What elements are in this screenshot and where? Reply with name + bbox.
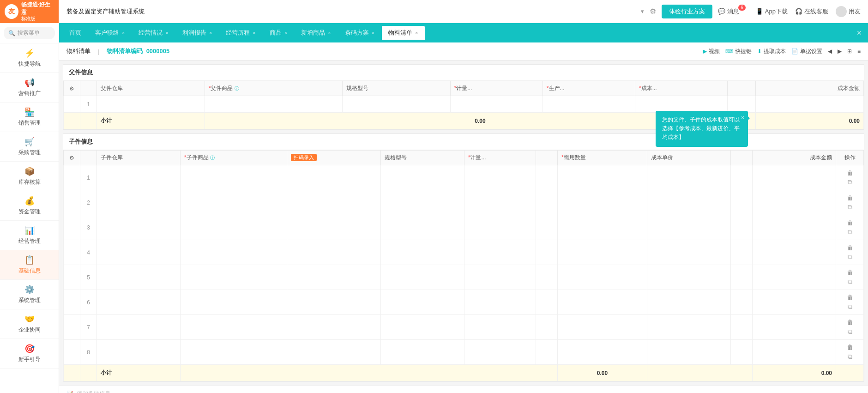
parent-row1-settings bbox=[64, 96, 80, 113]
sidebar-item-sales[interactable]: 🏪 销售管理 bbox=[0, 103, 59, 132]
child-r5-copy[interactable]: ⧉ bbox=[846, 277, 854, 287]
sidebar-item-purchase[interactable]: 🛒 采购管理 bbox=[0, 132, 59, 162]
experience-btn[interactable]: 体验行业方案 bbox=[662, 5, 712, 18]
child-r5-delete[interactable]: 🗑 bbox=[845, 268, 855, 277]
view-action[interactable]: ▶ 视频 bbox=[703, 48, 720, 55]
close-tab-new-product[interactable]: × bbox=[328, 30, 331, 36]
topbar-right: 💬 消息 6 📱 App下载 🎧 在线客服 用友 bbox=[718, 6, 861, 17]
tab-customer[interactable]: 客户联络 × bbox=[89, 26, 131, 40]
close-tab-profit[interactable]: × bbox=[209, 30, 212, 36]
child-r3-copy[interactable]: ⧉ bbox=[846, 227, 854, 237]
close-tab-customer[interactable]: × bbox=[122, 30, 125, 36]
tab-barcode[interactable]: 条码方案 × bbox=[338, 26, 381, 40]
child-r7-copy[interactable]: ⧉ bbox=[846, 327, 854, 337]
tab-operations[interactable]: 经营情况 × bbox=[132, 26, 175, 40]
child-r6-delete[interactable]: 🗑 bbox=[845, 293, 855, 302]
child-r4-delete[interactable]: 🗑 bbox=[845, 243, 855, 252]
parent-row1-unit[interactable] bbox=[450, 96, 542, 113]
sidebar-item-quick-nav[interactable]: ⚡ 快捷导航 bbox=[0, 43, 59, 73]
sidebar-item-operations[interactable]: 📊 经营管理 bbox=[0, 221, 59, 250]
guide-icon: 🎯 bbox=[24, 344, 35, 354]
close-tab-bom[interactable]: × bbox=[415, 30, 418, 36]
sidebar-item-marketing[interactable]: 📢 营销推广 bbox=[0, 73, 59, 103]
child-col-scan[interactable]: 扫码录入 bbox=[287, 151, 380, 165]
tab-bom[interactable]: 物料清单 × bbox=[382, 26, 424, 40]
child-col-amount: 成本金额 bbox=[753, 151, 836, 165]
child-r1-warehouse[interactable] bbox=[97, 165, 181, 190]
keyboard-icon: ⌨ bbox=[725, 48, 733, 54]
tab-home[interactable]: 首页 bbox=[63, 26, 88, 40]
message-button[interactable]: 💬 消息 6 bbox=[718, 7, 748, 16]
close-tab-history[interactable]: × bbox=[253, 30, 255, 36]
nav-prev[interactable]: ◀ bbox=[828, 48, 832, 54]
phone-icon: 📱 bbox=[756, 8, 763, 15]
close-tab-operations[interactable]: × bbox=[165, 30, 168, 36]
tab-profit[interactable]: 利润报告 × bbox=[176, 26, 218, 40]
settings-action[interactable]: 📄 单据设置 bbox=[791, 48, 822, 55]
avatar-icon bbox=[836, 6, 847, 17]
search-menu-button[interactable]: 🔍 搜索菜单 bbox=[4, 27, 55, 39]
note-placeholder[interactable]: 添加备注信息 bbox=[77, 390, 110, 393]
close-all-tabs[interactable]: × bbox=[854, 28, 864, 38]
sidebar-item-system[interactable]: ⚙️ 系统管理 bbox=[0, 280, 59, 309]
tab-history[interactable]: 经营历程 × bbox=[219, 26, 262, 40]
tab-product[interactable]: 商品 × bbox=[263, 26, 294, 40]
page-breadcrumb1: 物料清单 bbox=[66, 47, 90, 55]
child-r1-unit[interactable] bbox=[464, 165, 536, 190]
dropdown-icon[interactable]: ▾ bbox=[641, 8, 644, 15]
online-service-button[interactable]: 🎧 在线客服 bbox=[795, 7, 828, 16]
child-r7-delete[interactable]: 🗑 bbox=[845, 318, 855, 327]
play-icon: ▶ bbox=[703, 48, 707, 54]
parent-row1-product[interactable] bbox=[205, 96, 342, 113]
sidebar-item-guide[interactable]: 🎯 新手引导 bbox=[0, 339, 59, 369]
child-r1-quantity[interactable] bbox=[558, 165, 647, 190]
purchase-icon: 🛒 bbox=[24, 137, 35, 147]
topbar: 装备及固定资产辅助管理系统 ▾ ⚙ 体验行业方案 💬 消息 6 📱 App下载 … bbox=[59, 0, 868, 23]
sidebar-item-basic-info[interactable]: 📋 基础信息 bbox=[0, 250, 59, 280]
child-r1-product[interactable] bbox=[180, 165, 287, 190]
parent-row1-cost[interactable] bbox=[635, 96, 728, 113]
sidebar-item-enterprise[interactable]: 🤝 企业协同 bbox=[0, 309, 59, 339]
settings-icon[interactable]: ⚙ bbox=[650, 7, 656, 16]
parent-col-product: *父件商品 ⓘ bbox=[205, 81, 342, 96]
child-r1-copy[interactable]: ⧉ bbox=[846, 177, 854, 187]
parent-row1-spec[interactable] bbox=[343, 96, 451, 113]
child-r4-copy[interactable]: ⧉ bbox=[846, 252, 854, 262]
parent-col-settings[interactable]: ⚙ bbox=[64, 81, 80, 96]
sidebar-item-finance[interactable]: 💰 资金管理 bbox=[0, 191, 59, 221]
list-view-action[interactable]: ≡ bbox=[857, 48, 861, 54]
parent-row1-produce[interactable] bbox=[542, 96, 635, 113]
child-r2-delete[interactable]: 🗑 bbox=[845, 193, 855, 202]
child-r2-copy[interactable]: ⧉ bbox=[846, 202, 854, 212]
parent-row1-warehouse[interactable] bbox=[97, 96, 205, 113]
list-icon: ≡ bbox=[857, 48, 861, 54]
close-tab-barcode[interactable]: × bbox=[372, 30, 374, 36]
nav-next[interactable]: ▶ bbox=[838, 48, 842, 54]
child-r1-unit-cost[interactable] bbox=[647, 165, 730, 190]
close-tab-product[interactable]: × bbox=[284, 30, 287, 36]
sidebar-item-inventory[interactable]: 📦 库存核算 bbox=[0, 162, 59, 191]
parent-row1-num: 1 bbox=[80, 96, 97, 113]
child-r6-copy[interactable]: ⧉ bbox=[846, 302, 854, 312]
shortcut-action[interactable]: ⌨ 快捷键 bbox=[725, 48, 752, 55]
child-r3-delete[interactable]: 🗑 bbox=[845, 218, 855, 227]
search-icon: 🔍 bbox=[8, 30, 15, 36]
child-r8-copy[interactable]: ⧉ bbox=[846, 352, 854, 362]
tooltip-close-btn[interactable]: × bbox=[741, 114, 744, 122]
child-section: 子件信息 ⚙ 子件仓库 *子件商品 ⓘ 扫码录入 规格型号 *计量... *需用… bbox=[63, 133, 864, 382]
child-r1-delete[interactable]: 🗑 bbox=[845, 168, 855, 177]
parent-col-unit: *计量... bbox=[450, 81, 542, 96]
cost-action[interactable]: ⬇ 提取成本 bbox=[757, 48, 786, 55]
parent-row-1: 1 bbox=[64, 96, 864, 113]
app-download-button[interactable]: 📱 App下载 bbox=[756, 7, 788, 16]
main-area: 装备及固定资产辅助管理系统 ▾ ⚙ 体验行业方案 💬 消息 6 📱 App下载 … bbox=[59, 0, 868, 393]
child-r1-spec[interactable] bbox=[380, 165, 464, 190]
grid-view-action[interactable]: ⊞ bbox=[847, 48, 852, 54]
breadcrumb-separator: | bbox=[98, 48, 99, 55]
tab-new-product[interactable]: 新增商品 × bbox=[295, 26, 337, 40]
marketing-icon: 📢 bbox=[24, 78, 35, 88]
child-r8-delete[interactable]: 🗑 bbox=[845, 343, 855, 352]
child-col-actions: 操作 bbox=[836, 151, 864, 165]
child-col-settings[interactable]: ⚙ bbox=[64, 151, 80, 165]
user-avatar[interactable]: 用友 bbox=[836, 6, 861, 17]
